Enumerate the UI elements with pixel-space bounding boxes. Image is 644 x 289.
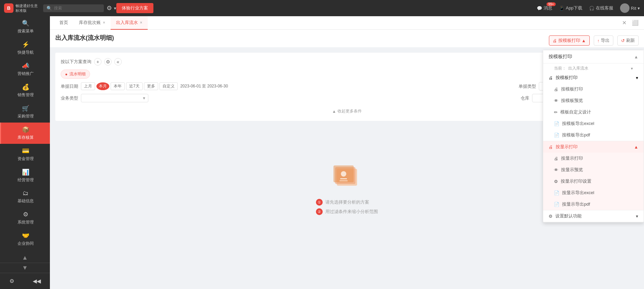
tab-maximize-btn[interactable]: ⬜ xyxy=(631,18,640,27)
print-menu-item-template-export-pdf[interactable]: 📄 按模板导出pdf xyxy=(543,129,644,141)
top-nav: ⚙ ▾ xyxy=(107,4,116,12)
logo-icon: B xyxy=(4,3,13,13)
logo-area: B 畅捷通好生意 标准版 xyxy=(4,3,38,13)
search-settings-btn[interactable]: ⚙ xyxy=(104,58,112,65)
search-input[interactable] xyxy=(54,6,94,10)
sidebar-item-label: 系统管理 xyxy=(18,219,34,225)
tab-flow[interactable]: 出入库流水 × xyxy=(111,16,148,30)
tab-flow-close[interactable]: × xyxy=(140,20,142,25)
industry-btn[interactable]: 体验行业方案 xyxy=(116,3,153,13)
date-btn-7days[interactable]: 近7天 xyxy=(126,82,143,90)
sidebar-item-operations[interactable]: 📊 经营管理 xyxy=(0,165,50,186)
biz-type-select[interactable]: ▾ xyxy=(81,94,148,102)
search-add-btn[interactable]: + xyxy=(94,58,101,65)
display-preview-icon: 👁 xyxy=(554,167,558,173)
print-section-template: 🖨 按模板打印 ▾ 🖨 按模板打印 👁 按模板预览 ✏ xyxy=(543,72,644,141)
sidebar-item-marketing[interactable]: 📣 营销推广 xyxy=(0,59,50,80)
template-section-icon: 🖨 xyxy=(549,75,553,80)
print-dropdown: 按模板打印 ▲ 当前： 出入库流水 ▾ 🖨 按模板打印 xyxy=(543,50,644,222)
avatar xyxy=(620,3,630,13)
search-nav-icon: 🔍 xyxy=(22,20,29,27)
sidebar-item-system[interactable]: ⚙ 系统管理 xyxy=(0,207,50,229)
sidebar-scroll-down[interactable]: ▼ xyxy=(22,264,28,271)
tab-home[interactable]: 首页 xyxy=(54,16,74,30)
date-btn-this-year[interactable]: 本年 xyxy=(111,82,125,90)
warehouse-label: 仓库 xyxy=(521,95,529,101)
svg-rect-5 xyxy=(340,180,348,181)
finance-icon: 💳 xyxy=(22,147,29,155)
print-menu-item-display-export-pdf[interactable]: 📄 按显示导出pdf xyxy=(543,199,644,210)
template-export-excel-icon: 📄 xyxy=(554,121,559,126)
sidebar-item-purchase[interactable]: 🛒 采购管理 xyxy=(0,101,50,123)
sidebar-item-finance[interactable]: 💳 资金管理 xyxy=(0,144,50,165)
print-menu-item-display-settings[interactable]: ⚙ 按显示打印设置 xyxy=(543,176,644,187)
sidebar-item-label: 企业协同 xyxy=(18,241,34,246)
print-menu-item-display-preview[interactable]: 👁 按显示预览 xyxy=(543,164,644,176)
print-section-template-header[interactable]: 🖨 按模板打印 ▾ xyxy=(543,72,644,83)
sidebar-item-label: 销售管理 xyxy=(18,92,34,98)
print-menu-item-display-print[interactable]: 🖨 按显示打印 xyxy=(543,153,644,164)
nav-chevron-icon[interactable]: ▾ xyxy=(114,6,116,11)
sidebar-item-search[interactable]: 🔍 搜索菜单 xyxy=(0,16,50,37)
sidebar-scroll-up[interactable]: ▲ xyxy=(22,254,28,261)
top-bar: B 畅捷通好生意 标准版 🔍 ⚙ ▾ 体验行业方案 💬 消息 99+ 📱 App… xyxy=(0,0,644,16)
app-container: B 畅捷通好生意 标准版 🔍 ⚙ ▾ 体验行业方案 💬 消息 99+ 📱 App… xyxy=(0,0,644,289)
sidebar-settings-icon[interactable]: ⚙ xyxy=(7,276,16,286)
date-btn-more[interactable]: 更多 xyxy=(144,82,158,90)
display-export-excel-icon: 📄 xyxy=(554,190,559,195)
tab-batch-close[interactable]: × xyxy=(103,20,105,25)
date-btn-custom[interactable]: 自定义 xyxy=(159,82,178,90)
online-service-item[interactable]: 🎧 在线客服 xyxy=(589,5,613,11)
print-menu-item-template-preview[interactable]: 👁 按模板预览 xyxy=(543,95,644,106)
biz-type-field: 业务类型 ▾ xyxy=(61,94,148,102)
sidebar-item-inventory[interactable]: 📦 库存核算 xyxy=(0,123,50,144)
tab-close-all-btn[interactable]: ✕ xyxy=(621,18,628,27)
app-download-item[interactable]: 📱 App下载 xyxy=(559,5,582,11)
sidebar-item-basic[interactable]: 🗂 基础信息 xyxy=(0,186,50,207)
sidebar-item-enterprise[interactable]: 🤝 企业协同 xyxy=(0,229,50,250)
collapse-conditions-btn[interactable]: ▲ 收起更多条件 xyxy=(329,107,364,115)
date-btn-this-month[interactable]: 本月 xyxy=(96,82,109,90)
export-btn[interactable]: ↑ 导出 xyxy=(594,35,614,46)
filter-tag[interactable]: ● 流水明细 xyxy=(61,70,90,79)
refresh-btn[interactable]: ↺ 刷新 xyxy=(617,35,639,46)
display-section-icon: 🖨 xyxy=(549,144,553,150)
message-item[interactable]: 💬 消息 99+ xyxy=(537,5,552,11)
print-chevron-up-icon: ▲ xyxy=(582,38,586,43)
sidebar-item-label: 库存核算 xyxy=(18,135,34,140)
sidebar-item-sales[interactable]: 💰 销售管理 xyxy=(0,80,50,101)
print-menu-item-template-print[interactable]: 🖨 按模板打印 xyxy=(543,83,644,95)
print-template-btn[interactable]: 🖨 按模板打印 ▲ xyxy=(549,35,590,46)
sidebar-item-quick-nav[interactable]: ⚡ 快捷导航 xyxy=(0,37,50,59)
print-dropdown-collapse-icon[interactable]: ▲ xyxy=(634,54,638,59)
print-section-default: ⚙ 设置默认功能 ▾ xyxy=(543,210,644,222)
date-filter-btns: 上月 本月 本年 近7天 更多 自定义 xyxy=(81,82,178,90)
nav-settings-icon[interactable]: ⚙ xyxy=(107,4,112,12)
sidebar-collapse-icon[interactable]: ◀◀ xyxy=(31,276,43,286)
print-menu-item-template-custom[interactable]: ✏ 模板自定义设计 xyxy=(543,106,644,118)
print-section-display-header[interactable]: 🖨 按显示打印 ▲ xyxy=(543,141,644,153)
page-header: 出入库流水(流水明细) 🖨 按模板打印 ▲ ↑ 导出 ↺ 刷新 xyxy=(50,30,644,47)
empty-step-1: ① 请先选择要分析的方案 xyxy=(316,199,378,206)
empty-step-2: ② 用过滤条件来缩小分析范围 xyxy=(316,208,378,215)
date-field: 单据日期 上月 本月 本年 近7天 更多 自定义 2023-06-01 至 20… xyxy=(61,82,228,90)
refresh-label: 刷新 xyxy=(626,37,635,44)
top-bar-right: 💬 消息 99+ 📱 App下载 🎧 在线客服 Rit ▾ xyxy=(537,3,640,13)
print-menu-item-template-export-excel[interactable]: 📄 按模板导出excel xyxy=(543,118,644,129)
default-settings-item[interactable]: ⚙ 设置默认功能 ▾ xyxy=(543,210,644,222)
print-menu-item-display-export-excel[interactable]: 📄 按显示导出excel xyxy=(543,187,644,199)
template-preview-icon: 👁 xyxy=(554,98,558,103)
search-collapse-btn[interactable]: « xyxy=(114,58,122,65)
doc-type-label: 单据类型 xyxy=(519,83,536,89)
tab-batch[interactable]: 库存批次账 × xyxy=(74,16,111,30)
print-icon: 🖨 xyxy=(553,38,557,43)
sidebar-item-label: 资金管理 xyxy=(18,156,34,162)
inventory-icon: 📦 xyxy=(22,126,29,133)
top-search[interactable]: 🔍 xyxy=(43,4,104,12)
basic-icon: 🗂 xyxy=(23,190,29,197)
user-area[interactable]: Rit ▾ xyxy=(620,3,640,13)
date-btn-last-month[interactable]: 上月 xyxy=(81,82,95,90)
sidebar-bottom: ⚙ ◀◀ xyxy=(0,273,50,289)
logo-text: 畅捷通好生意 标准版 xyxy=(16,3,38,13)
sidebar-item-guide[interactable]: 🌟 新手引导 xyxy=(0,250,50,253)
